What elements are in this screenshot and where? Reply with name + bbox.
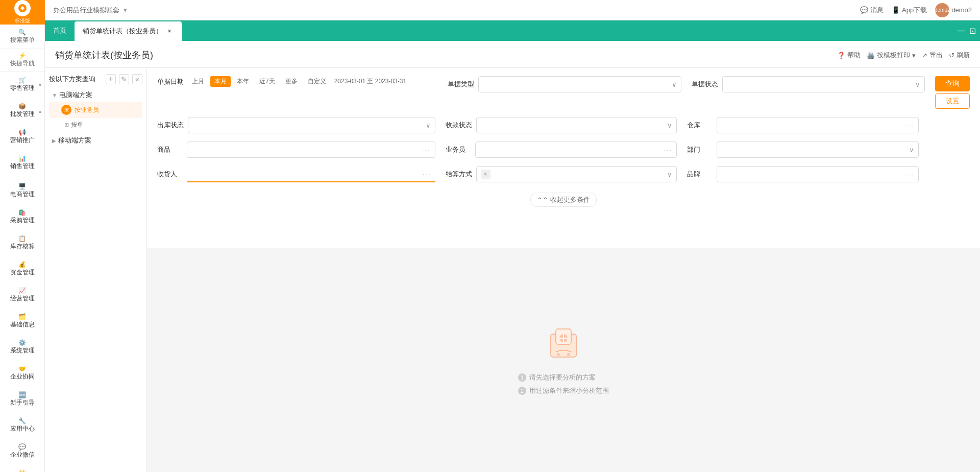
inventory-icon: 📋 bbox=[18, 235, 26, 242]
sidebar-item-finance[interactable]: 💰 资金管理 bbox=[0, 256, 44, 282]
payment-dropdown-arrow: ∨ bbox=[667, 171, 672, 178]
filter-row-3: 商品 ··· 业务员 ··· 部门 bbox=[157, 141, 970, 158]
warehouse-dots: ··· bbox=[905, 122, 914, 129]
search-button[interactable]: 查询 bbox=[935, 76, 970, 91]
template-print-button[interactable]: 🖨️ 按模板打印 ▾ bbox=[867, 51, 916, 60]
sidebar-item-appcenter[interactable]: 🔧 应用中心 bbox=[0, 412, 44, 438]
date-tab-this-month[interactable]: 本月 bbox=[210, 76, 231, 87]
receiver-dots: ··· bbox=[423, 170, 431, 178]
sidebar-item-retail[interactable]: 🛒 零售管理 ▾ bbox=[0, 72, 44, 98]
message-action[interactable]: 💬 消息 bbox=[860, 6, 884, 15]
help-button[interactable]: ❓ 帮助 bbox=[837, 51, 861, 60]
filter-field-date: 单据日期 上月 本月 本年 近7天 更多 自定义 20 bbox=[157, 76, 437, 87]
date-tab-custom[interactable]: 自定义 bbox=[304, 76, 330, 87]
scheme-sub-item-by-order[interactable]: ⊞ 按单 bbox=[49, 118, 142, 132]
sidebar-item-business[interactable]: 📈 经营管理 bbox=[0, 282, 44, 308]
newguide-icon: 🆕 bbox=[18, 391, 26, 398]
paystatus-dropdown-arrow: ∨ bbox=[667, 122, 672, 129]
scheme-category-pc-label: 电脑端方案 bbox=[59, 90, 92, 100]
sidebar-item-purchase[interactable]: 🛍️ 采购管理 bbox=[0, 204, 44, 230]
paystatus-dropdown[interactable]: ∨ bbox=[476, 117, 677, 133]
tip-num-1: 1 bbox=[518, 373, 526, 382]
top-header-title: 办公用品行业模拟账套 ▾ bbox=[53, 6, 127, 15]
refresh-icon: ↺ bbox=[949, 52, 954, 59]
tab-sales-stat[interactable]: 销货单统计表（按业务员） × bbox=[75, 21, 182, 41]
filter-field-payment: 结算方式 × ∨ bbox=[446, 166, 677, 182]
empty-icon bbox=[543, 324, 584, 365]
action-buttons: 查询 设置 bbox=[935, 76, 970, 109]
sidebar-logo[interactable]: 标准版 bbox=[0, 0, 45, 25]
collapse-button[interactable]: ⌃⌃ 收起更多条件 bbox=[530, 193, 597, 207]
type-dropdown[interactable]: ∨ bbox=[478, 76, 681, 92]
sidebar-item-wholesale[interactable]: 📦 批发管理 ▴ bbox=[0, 98, 44, 124]
retail-icon: 🛒 bbox=[18, 77, 26, 84]
settings-button[interactable]: 设置 bbox=[935, 93, 970, 109]
date-tab-more[interactable]: 更多 bbox=[281, 76, 302, 87]
scheme-collapse-button[interactable]: « bbox=[132, 74, 142, 84]
outstatus-dropdown-arrow: ∨ bbox=[426, 122, 431, 129]
payment-tag-close[interactable]: × bbox=[484, 171, 487, 178]
outstatus-dropdown[interactable]: ∨ bbox=[188, 117, 435, 133]
brand-label: 品牌 bbox=[687, 170, 713, 179]
receiver-label: 收货人 bbox=[157, 170, 183, 179]
export-button[interactable]: ↗ 导出 bbox=[922, 51, 943, 60]
sidebar-search[interactable]: 🔍 搜索菜单 bbox=[0, 25, 44, 49]
sidebar-item-ecommerce[interactable]: 🖥️ 电商管理 bbox=[0, 178, 44, 204]
scheme-add-button[interactable]: + bbox=[106, 74, 116, 84]
svg-point-7 bbox=[567, 353, 570, 356]
message-icon: 💬 bbox=[860, 6, 868, 14]
receiver-input[interactable]: ··· bbox=[187, 166, 435, 182]
dropdown-icon[interactable]: ▾ bbox=[124, 6, 127, 14]
sidebar-item-marketing[interactable]: 📢 营销推广 bbox=[0, 124, 44, 150]
staff-dropdown[interactable]: ··· bbox=[475, 141, 677, 158]
collab-icon: 🤝 bbox=[18, 365, 26, 372]
business-icon: 📈 bbox=[18, 287, 26, 294]
payment-dropdown[interactable]: × ∨ bbox=[476, 166, 677, 182]
filter-field-type: 单据类型 ∨ bbox=[448, 76, 681, 92]
filter-row-4: 收货人 ··· 结算方式 × bbox=[157, 166, 970, 182]
scheme-item-by-staff[interactable]: 按 按业务员 bbox=[49, 102, 142, 118]
user-avatar-action[interactable]: demo2 demo2 bbox=[935, 3, 972, 17]
goods-dropdown[interactable]: ··· bbox=[187, 141, 435, 158]
sidebar-item-sales[interactable]: 📊 销售管理 bbox=[0, 150, 44, 176]
tab-expand-icon[interactable]: ⊡ bbox=[969, 26, 976, 36]
page-header: 销货单统计表(按业务员) ❓ 帮助 🖨️ 按模板打印 ▾ ↗ 导出 ↺ 刷新 bbox=[45, 41, 980, 68]
app-title: 办公用品行业模拟账套 bbox=[53, 6, 119, 15]
scheme-category-mobile-label: 移动端方案 bbox=[58, 136, 91, 145]
sidebar-item-collab[interactable]: 🤝 企业协同 bbox=[0, 360, 44, 386]
filter-field-goods: 商品 ··· bbox=[157, 141, 435, 158]
sidebar-item-member[interactable]: 👑 畅会员 bbox=[0, 464, 44, 472]
sidebar-item-inventory[interactable]: 📋 库存核算 bbox=[0, 230, 44, 256]
sidebar-item-system[interactable]: ⚙️ 系统管理 bbox=[0, 334, 44, 360]
refresh-button[interactable]: ↺ 刷新 bbox=[949, 51, 970, 60]
filter-results-area: 单据日期 上月 本月 本年 近7天 更多 自定义 20 bbox=[147, 68, 980, 472]
scheme-category-mobile-header[interactable]: ▶ 移动端方案 bbox=[49, 134, 142, 147]
scheme-edit-button[interactable]: ✎ bbox=[119, 74, 129, 84]
main-content: 办公用品行业模拟账套 ▾ 💬 消息 📱 App下载 demo2 demo2 首页 bbox=[45, 0, 980, 472]
sub-order-icon: ⊞ bbox=[64, 122, 69, 128]
status-dropdown[interactable]: ∨ bbox=[722, 76, 925, 92]
tab-minimize-icon[interactable]: — bbox=[957, 26, 965, 35]
scheme-category-pc-header[interactable]: ▼ 电脑端方案 bbox=[49, 88, 142, 102]
sidebar-item-basics[interactable]: 🗂️ 基础信息 bbox=[0, 308, 44, 334]
tab-close-button[interactable]: × bbox=[165, 27, 174, 35]
sidebar-item-wechat[interactable]: 💬 企业微信 bbox=[0, 438, 44, 464]
date-tab-this-year[interactable]: 本年 bbox=[233, 76, 253, 87]
brand-dropdown[interactable]: ··· bbox=[717, 166, 919, 182]
tab-home[interactable]: 首页 bbox=[45, 20, 75, 41]
date-tabs: 上月 本月 本年 近7天 更多 自定义 bbox=[188, 76, 330, 87]
sidebar-quicknav[interactable]: ⚡ 快捷导航 bbox=[0, 49, 44, 72]
sidebar-item-newguide[interactable]: 🆕 新手引导 bbox=[0, 386, 44, 412]
download-icon: 📱 bbox=[892, 6, 900, 14]
filter-row-1: 单据日期 上月 本月 本年 近7天 更多 自定义 20 bbox=[157, 76, 970, 109]
warehouse-dropdown[interactable]: ··· bbox=[717, 117, 919, 133]
date-tab-7days[interactable]: 近7天 bbox=[255, 76, 279, 87]
dept-dropdown[interactable]: ∨ bbox=[717, 141, 919, 158]
help-icon: ❓ bbox=[837, 52, 845, 59]
app-download-action[interactable]: 📱 App下载 bbox=[892, 6, 927, 15]
purchase-icon: 🛍️ bbox=[18, 209, 26, 216]
date-tab-last-month[interactable]: 上月 bbox=[188, 76, 208, 87]
sales-icon: 📊 bbox=[18, 155, 26, 162]
status-label: 单据状态 bbox=[692, 80, 718, 89]
scheme-panel: 按以下方案查询 + ✎ « ▼ 电脑端方案 按 按业务员 bbox=[45, 68, 147, 472]
